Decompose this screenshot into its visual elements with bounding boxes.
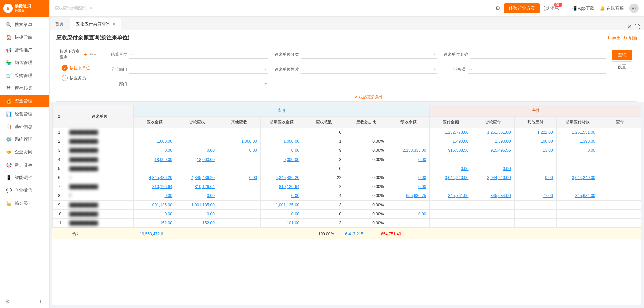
partner-category-input[interactable]: ▾: [301, 50, 437, 59]
sidebar-item-basic[interactable]: 📋 基础信息: [0, 120, 49, 133]
ap-other-cell[interactable]: 13.00: [514, 146, 556, 155]
ar-loan-cell[interactable]: 1,001,135.00: [176, 201, 218, 210]
ar-amount-cell[interactable]: 0.00: [133, 146, 176, 155]
ap-loan-cell[interactable]: 345,684.00: [472, 191, 514, 201]
solution-btn[interactable]: 体验行业方案: [504, 3, 540, 13]
sidebar-item-hardware[interactable]: 📱 智能硬件: [0, 171, 49, 184]
ar-loan-cell[interactable]: 0.00: [176, 210, 218, 219]
prepaid-cell[interactable]: 655,636.75: [387, 191, 430, 201]
prepaid-cell[interactable]: 0.00: [387, 173, 430, 182]
ar-amount-cell[interactable]: 0.00: [133, 191, 176, 201]
ar-overdue-cell[interactable]: 1,001,135.00: [261, 201, 303, 210]
ap-other-cell[interactable]: 77.00: [514, 191, 556, 201]
app-download-btn[interactable]: 📲 App下载: [571, 5, 594, 11]
query-option-company[interactable]: ✓ 按往来单位: [56, 63, 100, 73]
header-gear-icon[interactable]: ⚙: [495, 5, 500, 11]
prepaid-cell[interactable]: 0.00: [387, 210, 430, 219]
ar-other-cell[interactable]: 0.00: [218, 146, 260, 155]
online-service-btn[interactable]: 🔔 在线客服: [600, 5, 624, 11]
sidebar-item-marketing[interactable]: 📢 营销推广: [0, 44, 49, 56]
ar-overdue-cell[interactable]: 4,345,436.20: [261, 173, 303, 182]
sidebar-item-collab[interactable]: 🤝 企业协同: [0, 146, 49, 159]
dept-input[interactable]: ▾: [129, 80, 268, 88]
prepaid-cell[interactable]: 0.00: [387, 182, 430, 191]
filter-target-icon[interactable]: ◎: [89, 52, 93, 57]
query-btn[interactable]: 查询: [612, 50, 632, 60]
sidebar-item-sales[interactable]: 🏪 销售管理: [0, 56, 49, 69]
partner-name-input[interactable]: [470, 50, 606, 59]
ap-overdue-cell[interactable]: 3,044,240.00: [556, 173, 599, 182]
salesperson-input[interactable]: ···: [468, 65, 606, 74]
ar-loan-cell[interactable]: 152.00: [176, 219, 218, 228]
partner-nature-input[interactable]: ▾: [301, 65, 437, 74]
settings-btn[interactable]: 设置: [612, 61, 632, 72]
export-btn[interactable]: ⬆ 导出: [607, 35, 621, 41]
footer-prepaid[interactable]: 6,417,215....: [337, 232, 371, 236]
ar-overdue-cell[interactable]: 0.00: [261, 146, 303, 155]
sidebar-item-guide[interactable]: 🎯 新手引导: [0, 159, 49, 171]
ap-amount-cell[interactable]: 1,252,773.00: [430, 128, 472, 137]
ar-loan-cell[interactable]: 0.00: [176, 191, 218, 201]
ar-amount-cell[interactable]: 18,000.00: [133, 155, 176, 164]
ar-loan-cell[interactable]: 18,000.00: [176, 155, 218, 164]
refresh-btn[interactable]: ↻ 刷新: [624, 35, 637, 41]
ar-overdue-cell[interactable]: 101.00: [261, 219, 303, 228]
sidebar-item-inventory[interactable]: 🏛 库存核算: [0, 82, 49, 95]
ap-amount-cell[interactable]: 3,044,240.00: [430, 173, 472, 182]
ap-overdue-cell[interactable]: 1,251,551.00: [556, 128, 599, 137]
ar-overdue-cell[interactable]: 810,126.64: [261, 182, 303, 191]
ap-loan-cell[interactable]: 1,390.00: [472, 137, 514, 146]
ap-amount-cell[interactable]: 1,490.00: [430, 137, 472, 146]
footer-ar-amount[interactable]: 19,553,472,6...: [136, 232, 170, 236]
ar-other-cell[interactable]: 1,000.00: [218, 137, 260, 146]
ar-amount-cell[interactable]: 152.00: [133, 219, 176, 228]
user-avatar[interactable]: Rit: [629, 4, 639, 13]
ar-overdue-cell[interactable]: 9,000.00: [261, 155, 303, 164]
filter-add-btn[interactable]: ＋: [83, 51, 88, 58]
sidebar-item-weixin[interactable]: 💬 企业微信: [0, 184, 49, 197]
prepaid-cell[interactable]: 2,153,333.00: [387, 146, 430, 155]
ar-amount-cell[interactable]: 1,000.00: [133, 137, 176, 146]
dept-manage-input[interactable]: ▾: [129, 65, 268, 74]
ap-amount-cell[interactable]: 345,761.00: [430, 191, 472, 201]
ar-overdue-cell[interactable]: 0.00: [261, 210, 303, 219]
tab-fullscreen-icon[interactable]: ⛶: [635, 24, 640, 30]
ar-loan-cell[interactable]: 0.00: [176, 146, 218, 155]
tab-close-icon[interactable]: ✕: [112, 22, 115, 26]
collapse-sidebar-icon[interactable]: ⏸: [39, 299, 44, 305]
sidebar-item-operations[interactable]: 📊 经营管理: [0, 107, 49, 120]
ar-other-cell[interactable]: 0.00: [218, 173, 260, 182]
ap-overdue-cell[interactable]: 0.00: [556, 146, 599, 155]
message-btn[interactable]: 💬 消息 99+: [544, 5, 559, 11]
ar-overdue-cell[interactable]: 1,000.00: [261, 137, 303, 146]
ap-amount-cell[interactable]: 915,508.56: [430, 146, 472, 155]
settings-bottom-icon[interactable]: ⚙: [5, 298, 10, 305]
ap-other-cell[interactable]: 100.00: [514, 137, 556, 146]
ar-amount-cell[interactable]: 0.00: [133, 210, 176, 219]
sidebar-item-quick[interactable]: 🏠 快捷导航: [0, 31, 49, 44]
ar-amount-cell[interactable]: 810,126.64: [133, 182, 176, 191]
collapse-row[interactable]: ∧ 收起更多条件: [105, 93, 632, 101]
sidebar-item-system[interactable]: ⚙️ 系统管理: [0, 133, 49, 146]
ap-loan-cell[interactable]: 0.00: [472, 164, 514, 173]
ap-overdue-cell[interactable]: 1,390.00: [556, 137, 599, 146]
ap-overdue-cell[interactable]: 345,684.00: [556, 191, 599, 201]
prepaid-cell[interactable]: 0.00: [387, 155, 430, 164]
settlement-unit-input[interactable]: ···: [129, 50, 268, 59]
ar-amount-cell[interactable]: 1,001,135.00: [133, 201, 176, 210]
ap-amount-cell[interactable]: 0.00: [430, 164, 472, 173]
ap-loan-cell[interactable]: 3,044,240.00: [472, 173, 514, 182]
ar-loan-cell[interactable]: 810,126.64: [176, 182, 218, 191]
ap-loan-cell[interactable]: 1,251,551.00: [472, 128, 514, 137]
ar-loan-cell[interactable]: 4,345,436.20: [176, 173, 218, 182]
tab-close-window-icon[interactable]: ✕: [627, 24, 631, 30]
sidebar-item-finance[interactable]: 💰 资金管理: [0, 95, 49, 107]
ap-other-cell[interactable]: 0.00: [514, 173, 556, 182]
settings-col-header[interactable]: ⚙: [53, 105, 66, 128]
ap-other-cell[interactable]: 1,222.00: [514, 128, 556, 137]
sidebar-item-purchase[interactable]: 🛒 采购管理: [0, 69, 49, 82]
sidebar-item-member[interactable]: 👑 畅会员: [0, 197, 49, 210]
filter-collapse-left-icon[interactable]: «: [94, 52, 96, 57]
sidebar-item-search[interactable]: 🔍 搜索菜单: [0, 18, 49, 31]
tab-home[interactable]: 首页: [50, 18, 69, 30]
